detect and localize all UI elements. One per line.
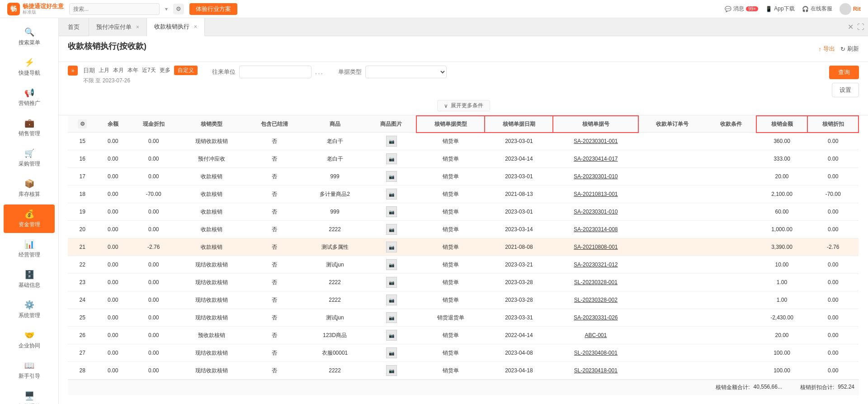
verify-discount-cell: 0.00 — [807, 327, 859, 344]
sidebar-item-label: 基础信息 — [19, 281, 40, 289]
verify-bill-no-cell[interactable]: SA-20210808-001 — [553, 238, 638, 256]
sidebar-item-inventory[interactable]: 📦 库存核算 — [4, 174, 55, 203]
industry-solution-button[interactable]: 体验行业方案 — [189, 3, 237, 15]
sidebar-item-marketing[interactable]: 📢 营销推广 — [4, 83, 55, 112]
verify-bill-no-cell[interactable]: ABC-001 — [553, 327, 638, 344]
sidebar-item-search[interactable]: 🔍 搜索菜单 — [4, 23, 55, 51]
bill-type-select[interactable] — [365, 66, 447, 78]
from-unit-input[interactable] — [239, 66, 311, 78]
date-last-7-days-btn[interactable]: 近7天 — [142, 67, 156, 74]
chevron-down-icon[interactable]: ▾ — [165, 6, 168, 12]
sidebar-item-hardware[interactable]: 🖥️ 智能硬件 — [4, 386, 55, 404]
th-include-settled: 包含已结清 — [245, 116, 303, 133]
goods-cell: 2222 — [303, 291, 366, 309]
expand-more-conditions-button[interactable]: ∨ 展开更多条件 — [437, 100, 490, 111]
filter-expand-button[interactable]: » — [68, 66, 78, 76]
th-settings[interactable]: ⚙ — [68, 116, 97, 133]
verify-bill-no-cell[interactable]: SA-20230321-012 — [553, 256, 638, 274]
goods-cell: 老白干 — [303, 150, 366, 168]
query-button[interactable]: 查询 — [829, 66, 859, 79]
verify-bill-no-cell[interactable]: SA-20230301-001 — [553, 133, 638, 150]
verify-bill-no-cell[interactable]: SA-20230301-010 — [553, 203, 638, 221]
settings-icon[interactable]: ⚙ — [173, 4, 184, 14]
balance-cell: 0.00 — [97, 362, 129, 380]
sidebar-item-finance[interactable]: 💰 资金管理 — [4, 204, 55, 233]
verify-bill-no-cell[interactable]: SA-20230314-008 — [553, 221, 638, 238]
bill-type-label: 单据类型 — [338, 68, 362, 76]
verify-bill-no-cell[interactable]: SL-20230408-001 — [553, 344, 638, 362]
verify-type-cell: 预付冲应收 — [178, 150, 245, 168]
include-settled-cell: 否 — [245, 221, 303, 238]
include-settled-cell: 否 — [245, 291, 303, 309]
include-settled-cell: 否 — [245, 150, 303, 168]
table-row: 26 0.00 0.00 预收款核销 否 123D商品 📷 销货单 2022-0… — [68, 327, 859, 344]
date-this-year-btn[interactable]: 本年 — [127, 67, 138, 74]
cash-discount-cell: 0.00 — [129, 344, 178, 362]
sidebar-item-operations[interactable]: 📊 经营管理 — [4, 235, 55, 263]
export-button[interactable]: ↑ 导出 — [819, 45, 835, 53]
cash-discount-cell: 0.00 — [129, 133, 178, 150]
verify-bill-no-cell[interactable]: SL-20230328-001 — [553, 274, 638, 291]
refresh-button[interactable]: ↻ 刷新 — [840, 45, 859, 53]
user-profile[interactable]: Rit — [840, 3, 861, 15]
sidebar-item-collab[interactable]: 🤝 企业协同 — [4, 326, 55, 354]
sidebar-item-sales[interactable]: 💼 销售管理 — [4, 114, 55, 142]
verify-bill-no-cell[interactable]: SA-20230331-026 — [553, 309, 638, 327]
column-settings-icon[interactable]: ⚙ — [78, 119, 87, 128]
goods-image: 📷 — [386, 347, 397, 358]
tab-prepay[interactable]: 预付冲应付单 × — [89, 18, 147, 36]
verify-discount-cell: 0.00 — [807, 274, 859, 291]
tab-verify-close[interactable]: × — [194, 24, 197, 30]
verify-bill-type-cell: 销货单 — [416, 185, 485, 203]
verify-bill-no-cell[interactable]: SL-20230328-002 — [553, 291, 638, 309]
goods-image: 📷 — [386, 153, 397, 164]
verify-bill-type-cell: 销货退货单 — [416, 309, 485, 327]
include-settled-cell: 否 — [245, 309, 303, 327]
sidebar-item-label: 库存核算 — [19, 190, 40, 198]
messages-button[interactable]: 💬 消息 99+ — [725, 5, 758, 13]
sidebar-item-basic-info[interactable]: 🗄️ 基础信息 — [4, 265, 55, 294]
verify-type-cell: 收款核销 — [178, 238, 245, 256]
verify-bill-date-cell: 2022-04-14 — [485, 327, 553, 344]
row-index: 22 — [68, 256, 97, 274]
online-service-button[interactable]: 🎧 在线客服 — [802, 5, 832, 13]
from-unit-dots[interactable]: ... — [315, 68, 324, 76]
verify-bill-type-cell: 销货单 — [416, 221, 485, 238]
filter-settings-button[interactable]: 设置 — [832, 83, 859, 97]
app-download-button[interactable]: 📱 App下载 — [765, 5, 794, 13]
tab-prepay-close[interactable]: × — [136, 24, 139, 30]
goods-img-cell: 📷 — [366, 309, 416, 327]
receipt-condition-cell — [706, 327, 756, 344]
date-this-month-btn[interactable]: 本月 — [113, 67, 124, 74]
include-settled-cell: 否 — [245, 256, 303, 274]
verify-discount-cell: 0.00 — [807, 256, 859, 274]
search-input[interactable] — [69, 3, 160, 15]
tab-verify[interactable]: 收款核销执行 × — [147, 18, 205, 36]
verify-bill-no-cell[interactable]: SA-20230414-017 — [553, 150, 638, 168]
maximize-icon[interactable]: ⛶ — [857, 23, 864, 31]
receipt-condition-cell — [706, 221, 756, 238]
tab-home[interactable]: 首页 — [59, 18, 89, 36]
sidebar-item-quicknav[interactable]: ⚡ 快捷导航 — [4, 53, 55, 81]
close-window-icon[interactable]: ✕ — [848, 23, 854, 31]
sidebar-item-guide[interactable]: 📖 新手引导 — [4, 356, 55, 385]
verify-type-cell: 收款核销 — [178, 221, 245, 238]
date-custom-btn[interactable]: 自定义 — [174, 66, 198, 75]
sidebar-item-system[interactable]: ⚙️ 系统管理 — [4, 295, 55, 324]
sidebar-item-purchase[interactable]: 🛒 采购管理 — [4, 144, 55, 172]
verify-bill-date-cell: 2023-04-08 — [485, 344, 553, 362]
balance-cell: 0.00 — [97, 274, 129, 291]
goods-image: 📷 — [386, 189, 397, 200]
sidebar-item-label: 资金管理 — [19, 221, 40, 228]
data-table: ⚙ 余额 现金折扣 核销类型 包含已结清 商品 商品图片 核销单据类型 核销单据… — [68, 115, 859, 380]
balance-cell: 0.00 — [97, 327, 129, 344]
date-more-btn[interactable]: 更多 — [160, 67, 170, 74]
verify-type-cell: 现结收款核销 — [178, 291, 245, 309]
verify-bill-no-cell[interactable]: SA-20210813-001 — [553, 185, 638, 203]
th-verify-type: 核销类型 — [178, 116, 245, 133]
date-last-month-btn[interactable]: 上月 — [99, 67, 109, 74]
cash-discount-cell: 0.00 — [129, 256, 178, 274]
cash-discount-cell: 0.00 — [129, 168, 178, 185]
verify-bill-no-cell[interactable]: SL-20230418-001 — [553, 362, 638, 380]
verify-bill-no-cell[interactable]: SA-20230301-010 — [553, 168, 638, 185]
